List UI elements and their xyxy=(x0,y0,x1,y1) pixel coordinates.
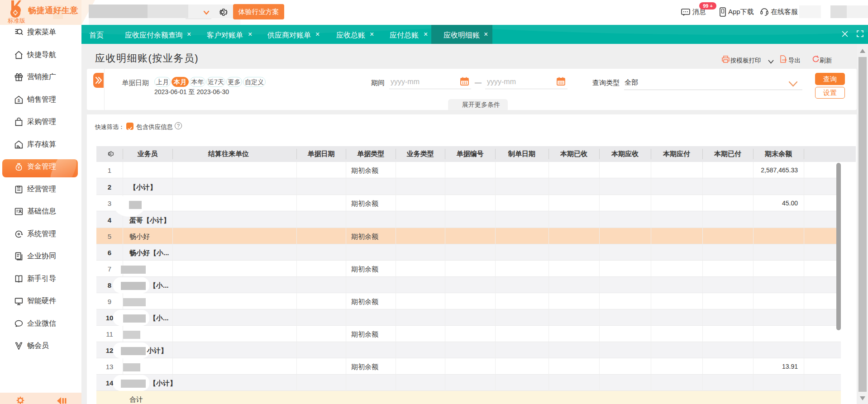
svg-text:$: $ xyxy=(18,98,20,103)
svg-text:¥: ¥ xyxy=(17,165,20,170)
